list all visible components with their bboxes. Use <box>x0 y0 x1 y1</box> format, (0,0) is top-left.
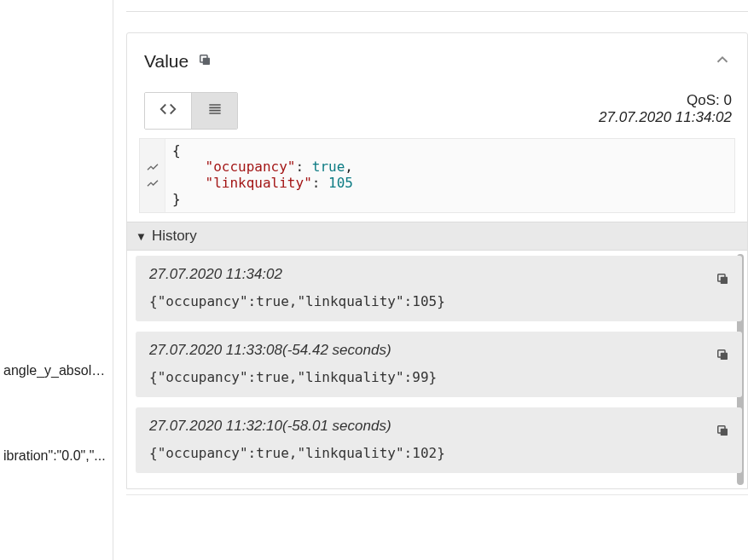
history-toggle[interactable]: ▼ History <box>127 222 747 251</box>
qos-label: QoS: 0 <box>599 92 732 109</box>
split-handle[interactable]: ··· <box>108 0 113 560</box>
history-item[interactable]: 27.07.2020 11:32:10(-58.01 seconds) {"oc… <box>136 407 742 473</box>
hamburger-icon <box>206 101 223 122</box>
history-item[interactable]: 27.07.2020 11:34:02 {"occupancy":true,"l… <box>136 256 742 321</box>
chevron-up-icon[interactable] <box>713 50 732 72</box>
history-item-timestamp: 27.07.2020 11:34:02 <box>149 266 728 283</box>
svg-rect-8 <box>721 353 728 360</box>
chart-line-icon[interactable] <box>146 159 159 175</box>
copy-icon[interactable] <box>715 347 730 365</box>
value-timestamp: 27.07.2020 11:34:02 <box>599 109 732 126</box>
raw-view-button[interactable] <box>145 93 191 129</box>
json-viewer: { "occupancy": true, "linkquality": 105 … <box>139 138 735 213</box>
copy-icon[interactable] <box>715 271 730 289</box>
tree-item[interactable]: angle_y_absolut... <box>0 361 113 380</box>
json-body[interactable]: { "occupancy": true, "linkquality": 105 … <box>165 139 734 212</box>
history-item[interactable]: 27.07.2020 11:33:08(-54.42 seconds) {"oc… <box>136 332 742 397</box>
history-item-payload: {"occupancy":true,"linkquality":99} <box>149 369 728 385</box>
history-list: 27.07.2020 11:34:02 {"occupancy":true,"l… <box>127 251 747 488</box>
svg-rect-10 <box>721 429 728 436</box>
history-item-payload: {"occupancy":true,"linkquality":102} <box>149 445 728 461</box>
value-panel: Value <box>126 32 748 489</box>
tree-item[interactable]: ibration":"0.0","... <box>0 447 113 465</box>
chart-line-icon[interactable] <box>146 175 159 191</box>
history-item-payload: {"occupancy":true,"linkquality":105} <box>149 293 728 309</box>
history-title: History <box>152 228 197 245</box>
triangle-down-icon: ▼ <box>136 230 147 243</box>
topic-tree: angle_y_absolut... ibration":"0.0","... <box>0 0 113 465</box>
history-item-timestamp: 27.07.2020 11:32:10(-58.01 seconds) <box>149 418 728 435</box>
drag-dots-icon: ··· <box>110 329 113 341</box>
copy-icon[interactable] <box>197 52 212 70</box>
json-gutter <box>140 139 165 212</box>
sidebar: angle_y_absolut... ibration":"0.0","... … <box>0 0 113 560</box>
svg-rect-6 <box>721 277 728 284</box>
history-item-timestamp: 27.07.2020 11:33:08(-54.42 seconds) <box>149 342 728 359</box>
copy-icon[interactable] <box>715 423 730 441</box>
panel-title: Value <box>144 51 188 72</box>
formatted-view-button[interactable] <box>191 93 237 129</box>
svg-rect-0 <box>203 58 210 65</box>
view-mode-toggle <box>144 92 238 130</box>
code-icon <box>159 100 177 123</box>
